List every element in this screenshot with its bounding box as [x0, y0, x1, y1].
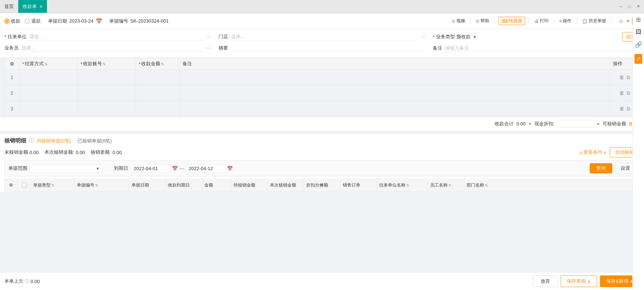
sidebar-image-icon[interactable]: 🖼: [636, 29, 641, 35]
td-num-1: 1: [5, 70, 19, 85]
td-amount-3[interactable]: [136, 101, 180, 116]
required-star-5: *: [139, 61, 141, 67]
help-btn[interactable]: ⊙ 帮助: [474, 17, 491, 25]
summary-bar: 收款合计 0.00 + 现金折扣: = 可核销金额 0.00: [0, 117, 644, 130]
summary-input[interactable]: [229, 44, 425, 52]
info-icon[interactable]: ⓘ: [25, 278, 29, 285]
action-btn[interactable]: ≡ 操作: [558, 17, 573, 25]
staff-input[interactable]: [20, 44, 204, 52]
td-amount-1[interactable]: [136, 70, 180, 85]
sidebar-expand-icon[interactable]: ⤢: [635, 54, 642, 64]
calendar-icon-to[interactable]: 📅: [227, 166, 233, 171]
filter-date: 📅 — 📅: [130, 164, 233, 173]
video-icon: ⊙: [452, 19, 455, 24]
table-row: 1 🗑 ⧉: [5, 70, 639, 85]
business-type-select[interactable]: 预收款 ▾: [456, 34, 621, 40]
td-settlement-3[interactable]: [19, 101, 78, 116]
date-separator: —: [179, 166, 184, 171]
divider-2: [494, 18, 495, 24]
store-input[interactable]: [229, 33, 418, 40]
td-settlement-1[interactable]: [19, 70, 78, 85]
summary-label: 摘要: [219, 45, 228, 51]
filter-row: 单据范围 ▾ 到期日 📅 — 📅 查询 设置: [4, 160, 640, 176]
discount-input[interactable]: [557, 120, 594, 128]
abandon-button[interactable]: 放弃: [533, 275, 558, 287]
verify-section: 核销明细 ⓘ 待核销单据(0笔) 已核销单据(0笔) 未核销金额 0.00 本次…: [0, 133, 644, 192]
print-icon: 🖨: [534, 19, 539, 24]
maximize-btn[interactable]: □: [627, 4, 632, 9]
th-remark: 备注: [180, 58, 610, 69]
bth-amount-label: 金额: [204, 182, 213, 188]
radio-receipt[interactable]: 收款: [4, 18, 20, 24]
copy-icon-2[interactable]: ⧉: [627, 90, 630, 96]
prev-value: 0.00: [31, 279, 40, 284]
history-btn[interactable]: 📋 历史单据: [581, 17, 608, 25]
th-amount-label: 收款金额: [141, 60, 160, 67]
unchecked-value: 0.00: [30, 150, 39, 155]
partner-input[interactable]: [28, 33, 204, 40]
save-draft-button[interactable]: 保存草稿 ∧: [561, 275, 597, 287]
td-account-1[interactable]: [78, 70, 136, 85]
bth-amount: 金额: [202, 179, 231, 192]
td-remark-3[interactable]: [180, 101, 610, 116]
sidebar-link-icon[interactable]: 🔗: [635, 41, 642, 48]
bth-checkbox[interactable]: [18, 179, 31, 192]
calendar-icon[interactable]: 📅: [96, 18, 102, 24]
td-account-3[interactable]: [78, 101, 136, 116]
number-value: SK-20230324-001: [130, 18, 169, 24]
delete-icon-2[interactable]: 🗑: [619, 90, 624, 96]
delete-icon-1[interactable]: 🗑: [619, 74, 624, 80]
tab-receipt[interactable]: 收款单 ×: [18, 0, 47, 13]
toolbar-right: ⊙ 视频 ⊙ 帮助 ⌨ 快捷键 🖨 打印 ≡ 操作 📋 历史单据 ◁: [450, 17, 640, 25]
more-conditions-label: 更多条件: [584, 149, 602, 156]
video-btn[interactable]: ⊙ 视频: [450, 17, 467, 25]
query-button[interactable]: 查询: [590, 163, 612, 173]
help-icon: ⊙: [476, 19, 479, 24]
verify-info-icon[interactable]: ⓘ: [29, 138, 34, 144]
current-stat: 本次核销金额: 0.00: [44, 149, 85, 156]
tab-home-label: 首页: [4, 3, 14, 10]
copy-icon-3[interactable]: ⧉: [627, 106, 630, 112]
td-settlement-2[interactable]: [19, 85, 78, 101]
date-from-input[interactable]: [130, 164, 170, 173]
tab-close-icon[interactable]: ×: [40, 4, 43, 9]
th-action-label: 操作: [613, 60, 623, 67]
close-btn[interactable]: ✕: [635, 4, 641, 9]
save-new-label: 保存&新增: [606, 278, 628, 285]
done-tab[interactable]: 已核销单据(0笔): [78, 138, 112, 144]
partner-more-btn[interactable]: ···: [207, 34, 211, 40]
required-star-2: *: [433, 34, 435, 40]
shortcut-btn[interactable]: ⌨ 快捷键: [498, 17, 525, 25]
bth-discount-label: 折扣分摊额: [306, 182, 328, 188]
calendar-icon-from[interactable]: 📅: [172, 166, 178, 171]
delete-icon-3[interactable]: 🗑: [619, 106, 624, 111]
bth-gear[interactable]: ⚙: [5, 179, 18, 192]
sidebar-table-icon[interactable]: ⊞: [636, 16, 641, 23]
business-type-arrow: ▾: [474, 34, 476, 40]
td-account-2[interactable]: [78, 85, 136, 101]
divider-1: [470, 18, 471, 24]
diff-label: 核销差额:: [91, 149, 111, 156]
store-more-btn[interactable]: ···: [421, 34, 425, 40]
layout-list-icon[interactable]: ◁: [617, 17, 624, 25]
date-label: 单据日期: [48, 18, 67, 24]
more-conditions-btn[interactable]: ⊿ 更多条件 ∧: [579, 149, 607, 156]
pending-tab[interactable]: 待核销单据(0笔): [37, 138, 71, 144]
td-amount-2[interactable]: [136, 85, 180, 101]
td-remark-1[interactable]: [180, 70, 610, 85]
print-btn[interactable]: 🖨 打印: [533, 17, 550, 25]
range-select[interactable]: ▾: [30, 164, 102, 173]
remark-input[interactable]: [444, 44, 640, 52]
staff-more-btn[interactable]: ···: [207, 45, 211, 51]
minimize-btn[interactable]: ─: [618, 4, 624, 9]
tab-receipt-label: 收款单: [23, 3, 37, 10]
radio-refund[interactable]: 退款: [25, 18, 41, 24]
date-to-input[interactable]: [185, 164, 225, 173]
copy-icon-1[interactable]: ⧉: [627, 74, 630, 81]
th-gear[interactable]: ⚙: [5, 58, 19, 69]
action-label: 操作: [563, 18, 572, 24]
tab-home[interactable]: 首页: [0, 0, 18, 13]
td-remark-2[interactable]: [180, 85, 610, 101]
layout-grid-icon[interactable]: ≡: [625, 17, 631, 25]
header-checkbox[interactable]: [22, 183, 27, 188]
